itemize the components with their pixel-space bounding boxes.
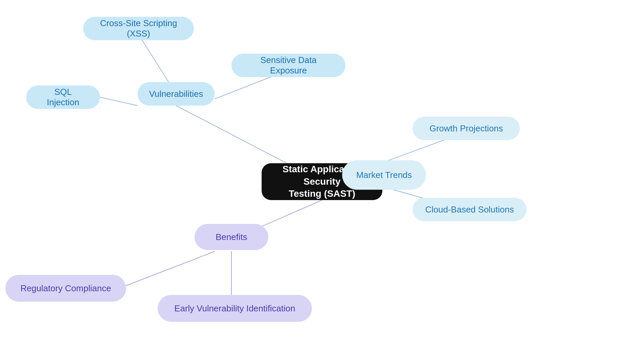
benefits-node: Benefits xyxy=(195,224,268,250)
early-label: Early Vulnerability Identification xyxy=(174,303,295,314)
growth-node: Growth Projections xyxy=(413,117,520,140)
xss-node: Cross-Site Scripting (XSS) xyxy=(83,17,194,40)
sql-node: SQL Injection xyxy=(26,85,100,109)
benefits-label: Benefits xyxy=(216,232,247,242)
cloud-node: Cloud-Based Solutions xyxy=(413,198,527,221)
vulnerabilities-node: Vulnerabilities xyxy=(138,82,215,106)
growth-label: Growth Projections xyxy=(429,123,503,134)
vulnerabilities-label: Vulnerabilities xyxy=(149,89,203,99)
xss-label: Cross-Site Scripting (XSS) xyxy=(95,18,182,39)
svg-line-2 xyxy=(100,97,138,106)
svg-line-8 xyxy=(119,251,215,288)
early-node: Early Vulnerability Identification xyxy=(158,295,312,322)
market-label: Market Trends xyxy=(356,170,412,180)
cloud-label: Cloud-Based Solutions xyxy=(425,204,514,215)
regulatory-label: Regulatory Compliance xyxy=(20,283,111,294)
sensitive-label: Sensitive Data Exposure xyxy=(244,55,333,76)
sql-label: SQL Injection xyxy=(38,87,88,108)
sensitive-node: Sensitive Data Exposure xyxy=(231,54,345,77)
regulatory-node: Regulatory Compliance xyxy=(5,275,126,302)
market-node: Market Trends xyxy=(342,160,426,190)
